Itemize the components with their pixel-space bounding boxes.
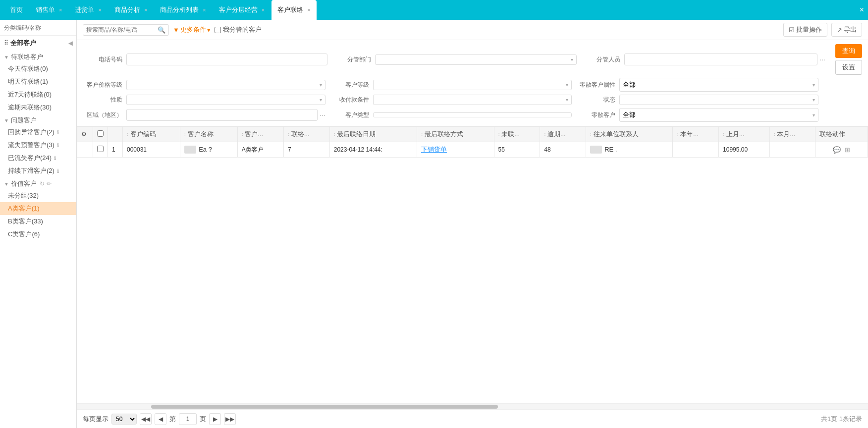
th-last-date[interactable]: : 最后联络日期 (329, 127, 417, 142)
tab-customer-contact[interactable]: 客户联络 × (271, 0, 316, 20)
sidebar-item-churned[interactable]: 已流失客户(24) ℹ (0, 152, 76, 164)
sidebar-item-b-class[interactable]: B类客户(33) (0, 215, 76, 228)
per-page-select[interactable]: 50 100 200 (111, 414, 137, 425)
th-this-month[interactable]: : 本月... (769, 127, 815, 142)
batch-op-button[interactable]: ☑ 批量操作 (783, 23, 827, 37)
close-icon[interactable]: × (203, 7, 206, 13)
search-icon[interactable]: 🔍 (158, 26, 165, 34)
th-last-month[interactable]: : 上月... (719, 127, 770, 142)
tab-purchase[interactable]: 进货单 × (69, 0, 107, 20)
customer-type-select[interactable] (373, 112, 572, 117)
sidebar-all-customers[interactable]: ⠿ 全部客户 ◀ (0, 36, 76, 51)
horizontal-scrollbar[interactable] (77, 403, 868, 409)
chevron-down-icon: ▾ (320, 82, 322, 88)
sidebar-group-problem[interactable]: ▼ 问题客户 (0, 114, 76, 126)
th-check[interactable] (93, 127, 108, 142)
message-icon[interactable]: 💬 (833, 146, 841, 154)
retail-attr-select[interactable]: 全部 ▾ (619, 78, 818, 92)
grid-action-icon[interactable]: ⊞ (845, 146, 850, 154)
td-this-year (673, 142, 719, 158)
sidebar-item-7days[interactable]: 近7天待联络(0) (0, 88, 76, 101)
refresh-icon[interactable]: ↻ (40, 180, 45, 187)
td-gear (77, 142, 93, 158)
row-checkbox[interactable] (97, 146, 104, 152)
manager-input[interactable] (624, 54, 818, 65)
more-filters-button[interactable]: ▼ 更多条件 ▾ (173, 25, 211, 34)
chevron-down-icon: ▾ (566, 97, 568, 103)
close-icon[interactable]: × (59, 7, 62, 13)
select-all-checkbox[interactable] (97, 130, 104, 137)
export-button[interactable]: ↗ 导出 (831, 23, 862, 37)
next-page-button[interactable]: ▶ (209, 413, 221, 425)
sidebar-item-today[interactable]: 今天待联络(0) (0, 62, 76, 75)
prev-page-button[interactable]: ◀ (155, 413, 166, 425)
sidebar-item-declining[interactable]: 持续下滑客户(2) ℹ (0, 164, 76, 177)
retail-label: 零散客户 (580, 111, 619, 119)
close-all-button[interactable]: × (860, 5, 864, 14)
main-layout: 🔍 ⠿ 全部客户 ◀ ▼ 待联络客户 今天待联络(0) 明天待联络(1) 近7天… (0, 20, 868, 428)
payment-select[interactable]: ▾ (373, 95, 572, 105)
sidebar-item-overdue[interactable]: 逾期未联络(30) (0, 101, 76, 114)
sidebar-group-value[interactable]: ▼ 价值客户 ↻ ✏ (0, 177, 76, 189)
td-check[interactable] (93, 142, 108, 158)
tab-customer-segment[interactable]: 客户分层经营 × (213, 0, 271, 20)
tab-analysis-list[interactable]: 商品分析列表 × (154, 0, 212, 20)
sidebar-item-churn-warn[interactable]: 流失预警客户(3) ℹ (0, 139, 76, 152)
sidebar-group-pending[interactable]: ▼ 待联络客户 (0, 51, 76, 62)
first-page-button[interactable]: ◀◀ (140, 413, 152, 425)
th-name[interactable]: : 客户名称 (180, 127, 237, 142)
filter-row-1: 电话号码 分管部门 ▾ 分管人员 ··· 查询 设置 (83, 44, 862, 75)
nature-select[interactable]: ▾ (126, 95, 326, 105)
dots-icon[interactable]: ··· (320, 111, 326, 119)
sidebar-item-tomorrow[interactable]: 明天待联络(1) (0, 75, 76, 88)
th-code[interactable]: : 客户编码 (123, 127, 180, 142)
last-page-button[interactable]: ▶▶ (224, 413, 236, 425)
close-icon[interactable]: × (307, 7, 310, 13)
collapse-icon[interactable]: ◀ (68, 40, 72, 47)
phone-input[interactable] (126, 54, 327, 65)
scrollbar-thumb[interactable] (151, 405, 498, 409)
sidebar-item-c-class[interactable]: C类客户(6) (0, 228, 76, 241)
th-this-year[interactable]: : 本年... (673, 127, 719, 142)
close-icon[interactable]: × (144, 7, 147, 13)
filter-search-input[interactable] (86, 26, 156, 33)
sidebar-search-input[interactable] (4, 24, 77, 31)
close-icon[interactable]: × (98, 7, 101, 13)
close-icon[interactable]: × (262, 7, 265, 13)
td-name: Ea ? (180, 142, 237, 158)
last-method-link[interactable]: 下销货单 (421, 146, 447, 153)
th-overdue[interactable]: : 逾期... (540, 127, 586, 142)
th-no-contact[interactable]: : 未联... (494, 127, 540, 142)
query-button[interactable]: 查询 (835, 44, 862, 58)
sidebar-item-a-class[interactable]: A类客户(1) (0, 202, 76, 215)
edit-icon[interactable]: ✏ (47, 180, 52, 187)
content-area: 🔍 ▼ 更多条件 ▾ 我分管的客户 ☑ 批量操作 ↗ 导出 (77, 20, 868, 428)
tab-sales[interactable]: 销售单 × (30, 0, 68, 20)
filter-price-grade: 客户价格等级 ▾ (83, 80, 329, 90)
th-contact[interactable]: : 联络... (284, 127, 330, 142)
td-last-method[interactable]: 下销货单 (417, 142, 494, 158)
th-last-method[interactable]: : 最后联络方式 (417, 127, 494, 142)
retail-select[interactable]: 全部 ▾ (619, 108, 818, 122)
tab-home[interactable]: 首页 (4, 0, 29, 20)
filter-manager: 分管人员 ··· (581, 54, 829, 65)
sidebar-item-repurchase[interactable]: 回购异常客户(2) ℹ (0, 126, 76, 139)
tab-analysis[interactable]: 商品分析 × (108, 0, 153, 20)
my-customers-checkbox[interactable]: 我分管的客户 (215, 25, 262, 34)
price-grade-select[interactable]: ▾ (126, 80, 326, 90)
th-gear[interactable]: ⚙ (77, 127, 93, 142)
dots-icon[interactable]: ··· (819, 55, 825, 63)
page-number-input[interactable] (179, 413, 197, 425)
sidebar-item-ungrouped[interactable]: 未分组(32) (0, 189, 76, 202)
my-customers-check[interactable] (215, 27, 221, 33)
th-unit-contact[interactable]: : 往来单位联系人 (586, 127, 673, 142)
th-type[interactable]: : 客户... (237, 127, 283, 142)
filter-customer-type: 客户类型 (329, 111, 576, 119)
advanced-filter: 电话号码 分管部门 ▾ 分管人员 ··· 查询 设置 (77, 40, 868, 126)
region-input[interactable] (126, 109, 318, 121)
dept-select[interactable]: ▾ (375, 54, 576, 65)
status-select[interactable]: ▾ (619, 95, 818, 105)
customer-grade-select[interactable]: ▾ (373, 80, 572, 90)
status-label: 状态 (580, 96, 619, 104)
settings-button[interactable]: 设置 (835, 60, 862, 75)
